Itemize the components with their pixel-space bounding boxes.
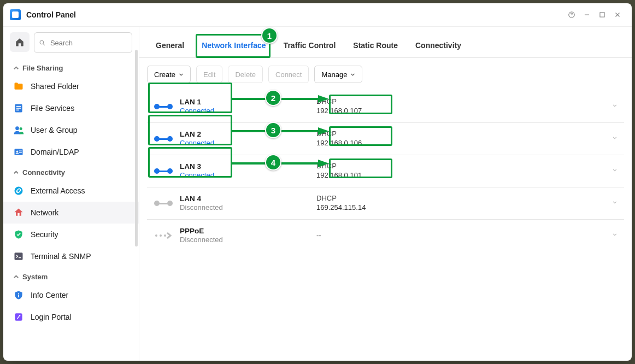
interface-status: Connected (180, 139, 316, 148)
chevron-up-icon (13, 65, 19, 71)
network-icon (13, 207, 24, 218)
lan-icon (154, 199, 173, 208)
interface-row-lan2[interactable]: LAN 2ConnectedDHCP192.168.0.106 (147, 122, 624, 155)
sidebar-item-label: Shared Folder (31, 82, 79, 91)
expand-toggle[interactable] (611, 134, 619, 144)
interface-type: DHCP (316, 97, 458, 107)
interface-ip: 192.168.0.106 (316, 139, 458, 148)
svg-point-12 (15, 126, 19, 130)
svg-point-21 (18, 293, 19, 294)
interface-ip: -- (316, 231, 458, 240)
portal-icon (13, 312, 24, 322)
folder-icon (13, 81, 24, 92)
lan-icon (154, 134, 173, 143)
edit-button[interactable]: Edit (196, 66, 222, 83)
expand-toggle[interactable] (611, 102, 619, 111)
minimize-button[interactable] (579, 7, 595, 22)
svg-rect-3 (600, 13, 604, 17)
interface-type: DHCP (316, 130, 458, 139)
sidebar-item-terminal-snmp[interactable]: Terminal & SNMP (3, 245, 139, 267)
svg-rect-17 (19, 152, 22, 152)
svg-point-26 (164, 234, 166, 237)
tab-connectivity[interactable]: Connectivity (414, 36, 462, 57)
sidebar-item-login-portal[interactable]: Login Portal (3, 306, 139, 328)
sidebar-item-info-center[interactable]: Info Center (3, 284, 139, 306)
section-connectivity[interactable]: Connectivity (3, 163, 139, 180)
interface-status: Disconnected (180, 203, 316, 213)
interface-status: Connected (180, 107, 316, 116)
create-button[interactable]: Create (147, 66, 191, 83)
delete-button[interactable]: Delete (228, 66, 263, 83)
home-button[interactable] (10, 32, 30, 52)
section-system[interactable]: System (3, 267, 139, 284)
lan-icon (154, 102, 173, 111)
maximize-button[interactable] (595, 7, 610, 22)
expand-toggle[interactable] (611, 166, 619, 176)
shield-icon (13, 229, 24, 240)
svg-point-24 (155, 234, 157, 237)
interface-row-pppoe[interactable]: PPPoEDisconnected-- (147, 219, 624, 251)
interface-name: LAN 1 (180, 97, 316, 107)
interface-status: Disconnected (180, 236, 316, 245)
interface-row-lan3[interactable]: LAN 3ConnectedDHCP192.168.0.101 (147, 155, 624, 187)
interface-row-lan1[interactable]: LAN 1ConnectedDHCP192.168.0.107 (147, 91, 624, 122)
interface-type: DHCP (316, 194, 458, 203)
section-title: System (22, 273, 48, 281)
sidebar-item-label: Info Center (31, 291, 68, 300)
sidebar-item-label: File Services (31, 104, 74, 113)
tab-traffic-control[interactable]: Traffic Control (283, 36, 337, 57)
interface-name: LAN 4 (180, 194, 316, 204)
svg-rect-22 (18, 295, 19, 297)
sidebar-item-label: External Access (31, 186, 85, 195)
sidebar-item-user-group[interactable]: User & Group (3, 119, 139, 141)
chevron-up-icon (13, 274, 19, 280)
sidebar-item-label: Login Portal (31, 313, 72, 321)
section-file-sharing[interactable]: File Sharing (3, 58, 139, 75)
svg-point-6 (40, 40, 43, 44)
interface-list: LAN 1ConnectedDHCP192.168.0.107LAN 2Conn… (139, 91, 632, 251)
svg-rect-20 (15, 253, 23, 260)
tab-static-route[interactable]: Static Route (352, 36, 399, 57)
sidebar-item-file-services[interactable]: File Services (3, 97, 139, 119)
interface-ip: 192.168.0.101 (316, 171, 458, 180)
manage-button[interactable]: Manage (314, 66, 362, 83)
sidebar-item-label: Domain/LDAP (31, 148, 79, 156)
svg-point-25 (160, 234, 162, 237)
titlebar: Control Panel (3, 3, 632, 27)
toolbar: Create Edit Delete Connect Manage (139, 58, 632, 91)
sidebar-item-shared-folder[interactable]: Shared Folder (3, 75, 139, 97)
sidebar-item-security[interactable]: Security (3, 224, 139, 245)
svg-rect-16 (19, 151, 22, 151)
terminal-icon (13, 251, 24, 262)
tab-bar: GeneralNetwork InterfaceTraffic ControlS… (139, 27, 632, 58)
sidebar-item-label: Network (31, 208, 58, 217)
interface-status: Connected (180, 171, 316, 180)
connect-button[interactable]: Connect (268, 66, 309, 83)
idcard-icon (13, 146, 24, 157)
interface-type: DHCP (316, 162, 458, 171)
tab-network-interface[interactable]: Network Interface (201, 36, 267, 57)
expand-toggle[interactable] (611, 198, 619, 208)
interface-name: LAN 2 (180, 130, 316, 139)
sidebar-item-external-access[interactable]: External Access (3, 180, 139, 202)
users-icon (13, 125, 24, 136)
link-icon (13, 185, 24, 196)
chevron-down-icon (179, 72, 184, 77)
sidebar-item-domain-ldap[interactable]: Domain/LDAP (3, 141, 139, 163)
help-button[interactable] (564, 7, 579, 22)
svg-point-1 (572, 16, 572, 17)
expand-toggle[interactable] (611, 231, 619, 240)
tab-general[interactable]: General (155, 36, 185, 57)
app-icon (10, 9, 21, 20)
sidebar-item-network[interactable]: Network (3, 202, 139, 224)
chevron-up-icon (13, 169, 19, 175)
svg-rect-10 (16, 108, 21, 109)
sidebar-scrollbar[interactable] (135, 50, 138, 246)
close-button[interactable] (610, 7, 625, 22)
interface-name: LAN 3 (180, 162, 316, 172)
lan-icon (154, 167, 173, 175)
svg-rect-11 (16, 110, 19, 111)
search-input[interactable] (34, 32, 132, 53)
interface-row-lan4[interactable]: LAN 4DisconnectedDHCP169.254.115.14 (147, 187, 624, 219)
svg-rect-9 (16, 106, 21, 107)
